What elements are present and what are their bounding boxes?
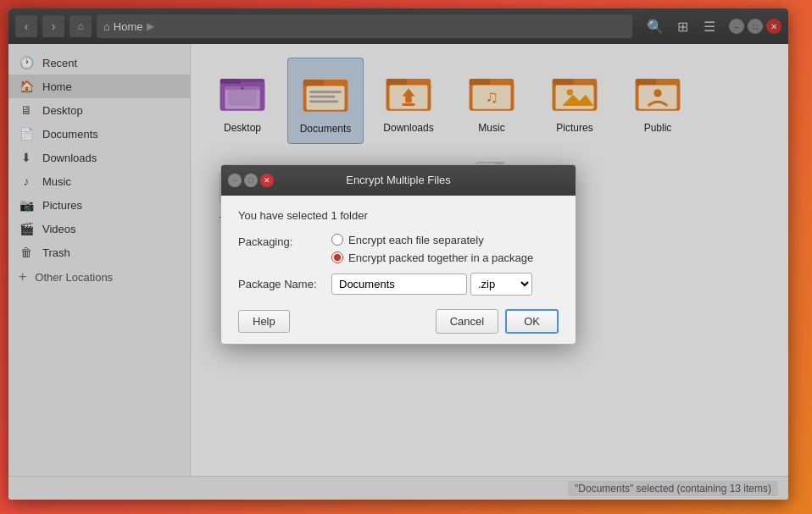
dialog-maximize-button[interactable]: □	[244, 174, 258, 187]
dialog-package-name-row: Package Name: .zip .tar.gz .tar.bz2	[238, 273, 559, 296]
radio-together-label: Encrypt packed together in a package	[348, 251, 533, 264]
file-manager-window: ‹ › ⌂ ⌂ Home ▶ 🔍 ⊞ ☰ – □ ✕ 🕐 Recent �	[8, 8, 788, 500]
dialog-overlay: – □ ✕ Encrypt Multiple Files You have se…	[8, 8, 788, 500]
dialog-close-button[interactable]: ✕	[260, 174, 274, 187]
ok-button[interactable]: OK	[505, 309, 559, 334]
radio-separate-label: Encrypt each file separately	[348, 234, 484, 246]
radio-together-row: Encrypt packed together in a package	[331, 251, 533, 264]
radio-separate-row: Encrypt each file separately	[331, 234, 533, 246]
dialog-title: Encrypt Multiple Files	[277, 174, 520, 186]
dialog-right-buttons: Cancel OK	[436, 309, 559, 334]
dialog-body: You have selected 1 folder Packaging: En…	[221, 196, 576, 344]
dialog-minimize-button[interactable]: –	[228, 174, 242, 187]
help-button[interactable]: Help	[238, 310, 290, 333]
dialog-buttons: Help Cancel OK	[238, 309, 559, 334]
dialog-packaging-row: Packaging: Encrypt each file separately …	[238, 234, 559, 264]
cancel-button[interactable]: Cancel	[436, 309, 498, 334]
packaging-options: Encrypt each file separately Encrypt pac…	[331, 234, 533, 264]
radio-separate[interactable]	[331, 234, 343, 246]
dialog-titlebar: – □ ✕ Encrypt Multiple Files	[221, 165, 576, 196]
radio-together[interactable]	[331, 251, 343, 263]
packaging-label: Packaging:	[238, 234, 331, 248]
dialog-info-text: You have selected 1 folder	[238, 209, 559, 222]
dialog-encrypt: – □ ✕ Encrypt Multiple Files You have se…	[220, 164, 576, 345]
package-name-label: Package Name:	[238, 278, 331, 290]
extension-select[interactable]: .zip .tar.gz .tar.bz2	[470, 273, 532, 296]
package-name-input[interactable]	[331, 274, 467, 295]
